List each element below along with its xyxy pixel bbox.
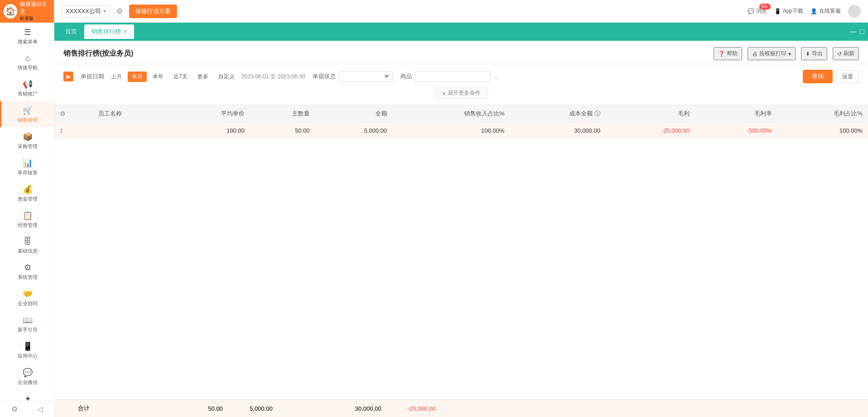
tab-home-label: 首页 [65, 28, 77, 36]
help-button[interactable]: ❓ 帮助 [714, 47, 742, 60]
tab-sales-rank-label: 销售排行榜 [91, 28, 121, 36]
member-icon: ✦ [24, 394, 31, 401]
sales-icon: 🛒 [23, 105, 33, 115]
company-name: XXXXXX公司 [66, 7, 101, 15]
cell-avg-price: 100.00 [171, 123, 250, 139]
footer-label: 合计 [78, 404, 132, 412]
footer-amount: 5,000.00 [223, 405, 273, 412]
refresh-button[interactable]: ↺ 刷新 [833, 47, 859, 60]
sidebar-item-quicknav[interactable]: ⌂ 快捷导航 [0, 49, 54, 75]
column-settings-icon[interactable]: ⚙ [60, 110, 66, 117]
app-download-action[interactable]: 📱 App下载 [774, 7, 803, 15]
online-service-label: 在线客服 [819, 7, 841, 15]
sidebar-bottom: ⚙ ◁ [0, 401, 54, 417]
sidebar-item-search[interactable]: ☰ 搜索菜单 [0, 23, 54, 49]
th-gross-profit: 毛利 [606, 105, 695, 123]
table-row: 1 100.00 50.00 [54, 123, 868, 139]
sidebar-item-member[interactable]: ✦ 畅会员 [0, 389, 54, 401]
status-select[interactable] [339, 71, 393, 82]
tab-maximize-icon[interactable]: □ [860, 28, 864, 36]
goods-input[interactable] [415, 71, 491, 82]
tab-sales-rank[interactable]: 销售排行榜 × [84, 24, 134, 39]
footer-cost-amount: 30,000.00 [327, 405, 381, 412]
sidebar-item-marketing[interactable]: 📢 营销推广 [0, 75, 54, 101]
footer-main-qty: 50.00 [177, 405, 223, 412]
message-badge: 99+ [759, 4, 771, 10]
sidebar-nav: ☰ 搜索菜单 ⌂ 快捷导航 📢 营销推广 🛒 销售管理 📦 采购管理 📊 库存核… [0, 23, 54, 401]
header-settings-icon[interactable]: ⚙ [115, 5, 125, 17]
sidebar-item-wechat[interactable]: 💬 企业微信 [0, 363, 54, 389]
sidebar-item-guide[interactable]: 📖 新手引导 [0, 311, 54, 337]
sidebar-item-operations[interactable]: 📋 经营管理 [0, 206, 54, 232]
trial-button[interactable]: 体验行业方案 [129, 5, 177, 18]
query-button[interactable]: 查询 [803, 70, 833, 83]
company-selector[interactable]: XXXXXX公司 ▾ [62, 5, 110, 18]
settings-small-button[interactable]: 设置 [836, 70, 859, 83]
sidebar-item-label-sales: 销售管理 [18, 117, 38, 124]
date-btn-more[interactable]: 更多 [193, 72, 212, 82]
sidebar-item-purchase[interactable]: 📦 采购管理 [0, 127, 54, 153]
goods-more-btn[interactable]: ... [494, 73, 498, 80]
date-btn-prev-month[interactable]: 上月 [107, 72, 126, 82]
date-btn-this-year[interactable]: 本年 [149, 72, 168, 82]
tab-close-icon[interactable]: × [124, 29, 127, 35]
app-download-icon: 📱 [774, 8, 781, 14]
sidebar-item-label-purchase: 采购管理 [18, 143, 38, 150]
expand-bar: ∨ 展开更多条件 [63, 87, 859, 99]
page-header-actions: ❓ 帮助 🖨 按模板打印 ▾ ⬇ 导出 ↺ 刷新 [714, 47, 859, 60]
date-quick-buttons: 上月 本月 本年 近7天 更多 自定义 [107, 72, 239, 82]
quick-nav-icon: ⌂ [25, 53, 30, 63]
sidebar-item-basicinfo[interactable]: 🗄 基础信息 [0, 232, 54, 258]
cell-sales-pct: 100.00% [393, 123, 510, 139]
sidebar-item-label-marketing: 营销推广 [18, 91, 38, 97]
message-action[interactable]: 💬 消息 99+ [748, 7, 767, 15]
print-chevron-icon: ▾ [788, 51, 791, 57]
cell-gross-margin: -500.00% [695, 123, 777, 139]
sidebar-item-enterprise[interactable]: 🤝 企业协同 [0, 284, 54, 311]
th-name: 员工名称 [93, 105, 172, 123]
logo-text: 畅康通好生意 [20, 1, 50, 15]
online-service-action[interactable]: 👤 在线客服 [810, 7, 841, 15]
sidebar-settings-icon[interactable]: ⚙ [11, 405, 18, 413]
user-avatar[interactable] [848, 5, 861, 18]
sidebar: 🏠 畅康通好生意 标准版 ☰ 搜索菜单 ⌂ 快捷导航 📢 营销推广 🛒 销售管理… [0, 0, 54, 417]
goods-filter-label: 商品 [400, 72, 412, 81]
sidebar-item-label-quicknav: 快捷导航 [18, 64, 38, 71]
th-avg-price: 平均单价 [171, 105, 250, 123]
filter-row: ▶ 单据日期 上月 本月 本年 近7天 更多 自定义 2023-06-01 至 … [63, 70, 859, 83]
sidebar-item-appcenter[interactable]: 📱 应用中心 [0, 337, 54, 363]
date-btn-custom[interactable]: 自定义 [214, 72, 239, 82]
th-amount: 全额 [315, 105, 393, 123]
filter-toggle-btn[interactable]: ▶ [63, 72, 73, 81]
status-filter: 单据状态 [312, 71, 393, 82]
filter-toggle-icon: ▶ [67, 73, 71, 80]
sidebar-item-sales[interactable]: 🛒 销售管理 [0, 101, 54, 127]
date-range-display: 2023-06-01 至 2023-06-30 [241, 73, 305, 81]
tab-actions: — □ [849, 28, 864, 36]
expand-button[interactable]: ∨ 展开更多条件 [434, 87, 488, 99]
page-header: 销售排行榜(按业务员) ❓ 帮助 🖨 按模板打印 ▾ ⬇ 导出 [54, 41, 868, 64]
logo-icon: 🏠 [4, 4, 17, 19]
expand-label: 展开更多条件 [448, 89, 480, 97]
sidebar-collapse-icon[interactable]: ◁ [37, 405, 43, 413]
header-actions: 💬 消息 99+ 📱 App下载 👤 在线客服 [748, 5, 861, 18]
tab-home[interactable]: 首页 [58, 24, 84, 39]
tab-minimize-icon[interactable]: — [849, 28, 856, 36]
status-filter-label: 单据状态 [312, 72, 336, 81]
filter-area: ▶ 单据日期 上月 本月 本年 近7天 更多 自定义 2023-06-01 至 … [54, 64, 868, 105]
search-order-icon: ☰ [24, 27, 31, 37]
sidebar-item-label-wechat: 企业微信 [18, 379, 38, 386]
goods-filter: 商品 ... [400, 71, 498, 82]
app-logo: 🏠 畅康通好生意 标准版 [0, 0, 54, 23]
export-button[interactable]: ⬇ 导出 [801, 47, 827, 60]
cell-amount: 5,000.00 [315, 123, 393, 139]
sidebar-item-inventory[interactable]: 📊 库存核算 [0, 153, 54, 180]
date-btn-7days[interactable]: 近7天 [169, 72, 192, 82]
print-button[interactable]: 🖨 按模板打印 ▾ [748, 47, 796, 60]
cell-cost-amount: 30,000.00 [510, 123, 606, 139]
th-rank: ⚙ [54, 105, 93, 123]
date-btn-this-month[interactable]: 本月 [128, 72, 147, 82]
sidebar-item-system[interactable]: ⚙ 系统管理 [0, 258, 54, 284]
sidebar-item-finance[interactable]: 💰 资金管理 [0, 180, 54, 206]
table-header-row: ⚙ 员工名称 平均单价 主数量 [54, 105, 868, 123]
